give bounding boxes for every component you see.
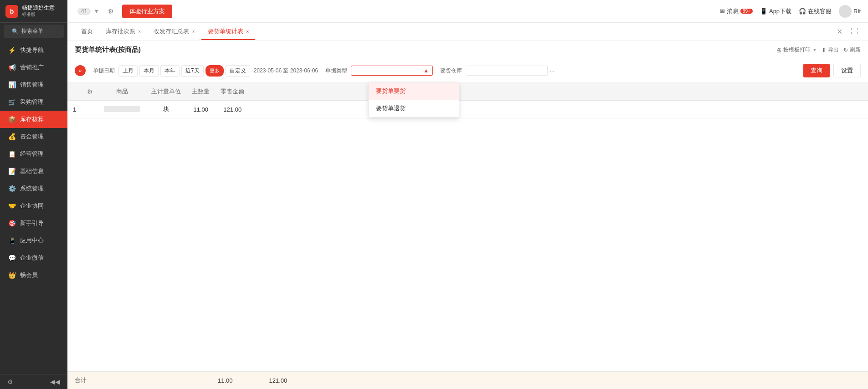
user-avatar [839, 5, 852, 18]
tab-expand[interactable]: ⛶ [848, 26, 861, 37]
dropdown-item-yaohuodan-tuihuo[interactable]: 要货单退货 [369, 100, 459, 117]
service-icon: 🎧 [799, 8, 806, 15]
sidebar-item-label: 销售管理 [20, 81, 44, 89]
print-dropdown-icon: ▼ [812, 47, 817, 52]
col-header-empty [250, 83, 868, 101]
tab-order-stats-close[interactable]: × [246, 29, 249, 34]
header-right: ✉ 消息 99+ 📱 App下载 🎧 在线客服 Rit [720, 5, 861, 18]
system-icon: ⚙️ [7, 184, 16, 193]
this-year-btn[interactable]: 本年 [160, 65, 180, 77]
sidebar-item-label: 新手引导 [20, 219, 44, 227]
sidebar-item-label: 应用中心 [20, 236, 44, 245]
trial-button[interactable]: 体验行业方案 [122, 5, 172, 18]
tab-inventory-batch-close[interactable]: × [138, 29, 141, 34]
tab-close-all[interactable]: ✕ [834, 26, 845, 37]
cell-index: 1 [67, 101, 82, 118]
page-title: 要货单统计表(按商品) [75, 46, 141, 59]
sidebar-item-enterprise[interactable]: 🤝 企业协同 [0, 197, 67, 215]
sidebar-item-basic[interactable]: 📝 基础信息 [0, 163, 67, 180]
type-filter-label: 单据类型 [325, 67, 347, 75]
logo-text: 畅捷通好生意 [22, 5, 55, 12]
this-month-btn[interactable]: 本月 [139, 65, 159, 77]
page-content: 要货单统计表(按商品) 🖨 按模板打印 ▼ ⬆ 导出 ↻ 刷新 » [67, 41, 868, 389]
basic-icon: 📝 [7, 167, 16, 176]
header-settings-button[interactable]: ⚙ [105, 5, 117, 17]
sidebar-item-label: 畅会员 [20, 271, 38, 279]
marketing-icon: 📢 [7, 63, 16, 72]
app-download-icon: 📱 [760, 8, 767, 15]
messages-label: 消息 [727, 7, 739, 15]
enterprise-icon: 🤝 [7, 201, 16, 210]
sidebar-item-appstore[interactable]: 📱 应用中心 [0, 232, 67, 249]
app-download-button[interactable]: 📱 App下载 [760, 7, 791, 15]
member-icon: 👑 [7, 271, 16, 280]
cell-amount: 121.00 [215, 101, 250, 118]
operation-icon: 📋 [7, 149, 16, 159]
message-icon: ✉ [720, 8, 725, 15]
export-button[interactable]: ⬆ 导出 [822, 46, 839, 54]
sidebar-item-wechat[interactable]: 💬 企业微信 [0, 249, 67, 266]
purchase-icon: 🛒 [7, 97, 16, 107]
sidebar-item-sales[interactable]: 📊 销售管理 [0, 76, 67, 93]
warehouse-more-icon[interactable]: ··· [550, 67, 555, 74]
sidebar-item-guide[interactable]: 🎯 新手引导 [0, 215, 67, 232]
col-header-index [67, 83, 82, 101]
last-month-btn[interactable]: 上月 [118, 65, 138, 77]
type-filter-input[interactable]: ▲ [351, 66, 433, 76]
sidebar-item-marketing[interactable]: 📢 营销推广 [0, 59, 67, 76]
sidebar-item-finance[interactable]: 💰 资金管理 [0, 128, 67, 145]
summary-label: 合计 [75, 376, 87, 384]
sidebar-item-quick-nav[interactable]: ⚡ 快捷导航 [0, 41, 67, 59]
filter-actions: 查询 设置 [803, 64, 861, 77]
logo-icon: b [5, 5, 18, 18]
tab-order-stats[interactable]: 要货单统计表 × [201, 24, 255, 40]
more-dates-btn[interactable]: 更多 [205, 65, 224, 77]
print-icon: 🖨 [776, 47, 781, 53]
filter-section: » 单据日期 上月 本月 本年 近7天 更多 自定义 2023-05-06 至 … [67, 59, 868, 82]
sidebar-item-label: 采购管理 [20, 98, 44, 106]
col-header-settings[interactable]: ⚙ [82, 83, 98, 101]
query-button[interactable]: 查询 [803, 64, 830, 77]
guide-icon: 🎯 [7, 219, 16, 228]
sidebar-item-member[interactable]: 👑 畅会员 [0, 266, 67, 284]
tab-receipt-summary[interactable]: 收发存汇总表 × [147, 24, 201, 40]
store-dropdown-icon: ▼ [93, 8, 99, 15]
sidebar-item-label: 企业协同 [20, 202, 44, 210]
column-settings-icon[interactable]: ⚙ [87, 88, 93, 95]
sidebar-search[interactable]: 🔍 搜索菜单 [4, 25, 64, 38]
tab-receipt-summary-close[interactable]: × [192, 29, 195, 34]
filter-expand-button[interactable]: » [75, 65, 86, 76]
appstore-icon: 📱 [7, 236, 16, 245]
store-selector[interactable]: 41 ▼ [75, 8, 99, 15]
tab-home[interactable]: 首页 [75, 24, 99, 40]
sidebar-collapse-icon[interactable]: ◀◀ [50, 378, 60, 385]
sidebar-settings-icon[interactable]: ⚙ [7, 378, 13, 385]
last-7days-btn[interactable]: 近7天 [181, 65, 204, 77]
date-filter-label: 单据日期 [93, 67, 115, 75]
tab-inventory-batch[interactable]: 库存批次账 × [99, 24, 147, 40]
settings-button[interactable]: 设置 [833, 64, 861, 77]
sidebar-item-system[interactable]: ⚙️ 系统管理 [0, 180, 67, 197]
sidebar-item-label: 经营管理 [20, 150, 44, 158]
col-header-quantity: 主数量 [186, 83, 215, 101]
warehouse-filter-input[interactable] [466, 66, 548, 76]
custom-date-btn[interactable]: 自定义 [226, 65, 250, 77]
app-download-label: App下载 [769, 7, 791, 15]
sidebar-item-inventory[interactable]: 📦 库存核算 [0, 111, 67, 128]
sidebar-item-purchase[interactable]: 🛒 采购管理 [0, 93, 67, 111]
sales-icon: 📊 [7, 80, 16, 89]
cell-product [98, 101, 146, 118]
print-button[interactable]: 🖨 按模板打印 ▼ [776, 46, 817, 54]
online-service-button[interactable]: 🎧 在线客服 [799, 7, 832, 15]
type-dropdown-icon: ▲ [423, 67, 429, 74]
sidebar-item-label: 基础信息 [20, 167, 44, 175]
sidebar-item-operation[interactable]: 📋 经营管理 [0, 145, 67, 163]
type-filter-group: 单据类型 ▲ [325, 66, 433, 76]
user-profile[interactable]: Rit [839, 5, 861, 18]
quick-nav-icon: ⚡ [7, 46, 16, 55]
search-label: 搜索菜单 [21, 27, 43, 35]
refresh-label: 刷新 [850, 46, 861, 54]
refresh-button[interactable]: ↻ 刷新 [843, 46, 861, 54]
messages-button[interactable]: ✉ 消息 99+ [720, 7, 753, 15]
dropdown-item-yaohuodan-yaohuo[interactable]: 要货单要货 [369, 82, 459, 100]
